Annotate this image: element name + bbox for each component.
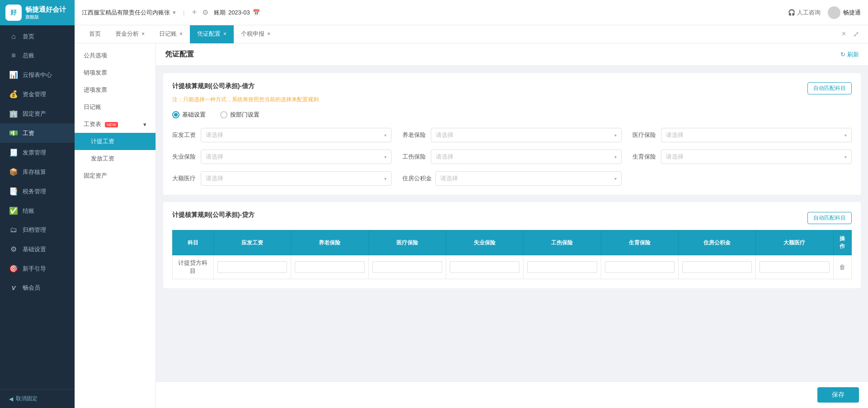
tab-finance-analysis[interactable]: 资金分析 ×	[108, 25, 152, 43]
table-row: 计提贷方科目 🗑	[173, 255, 852, 279]
sub-nav-purchase-invoice[interactable]: 进项发票	[75, 81, 156, 98]
debit-section: 计提核算规则(公司承担)-借方 注：只能选择一种方式，系统将按照您当前的选择来配…	[163, 73, 861, 195]
finance-icon: 💰	[9, 90, 18, 98]
sub-nav-pay-salary[interactable]: 发放工资	[75, 150, 156, 167]
sidebar-item-inventory[interactable]: 📦 库存核算	[0, 162, 75, 182]
major-medical-placeholder: 请选择	[206, 174, 223, 183]
gear-button[interactable]: ⚙	[202, 8, 208, 17]
topbar: 江西服宝精品有限责任公司内账张 ▾ | + ⚙ 账期 2023-03 📅 🎧 人…	[75, 0, 868, 25]
company-selector[interactable]: 江西服宝精品有限责任公司内账张 ▾	[82, 9, 176, 17]
form-item-housing-fund: 住房公积金 请选择 ▾	[402, 171, 622, 186]
sidebar-item-vip[interactable]: V 畅会员	[0, 278, 75, 297]
medical-select[interactable]: 请选择 ▾	[661, 128, 852, 142]
close-voucher-config-tab[interactable]: ×	[223, 31, 226, 37]
cell-maternity	[601, 255, 678, 279]
sidebar-item-close[interactable]: ✅ 结账	[0, 201, 75, 220]
pension-select[interactable]: 请选择 ▾	[431, 128, 622, 142]
main-panel: 凭证配置 ↻ 刷新 计提核算规则(公司承担)-借方 注：只能选择一种方式，系统将…	[156, 43, 868, 408]
app-edition: 旗舰版	[25, 14, 66, 20]
save-button[interactable]: 保存	[817, 387, 859, 403]
close-books-icon: ✅	[9, 206, 18, 215]
pension-dropdown-icon: ▾	[614, 133, 617, 138]
topbar-separator: |	[183, 9, 184, 16]
radio-dept-settings[interactable]: 按部门设置	[220, 111, 259, 119]
sidebar-item-ledger[interactable]: ≡ 总账	[0, 46, 75, 65]
unemployment-select[interactable]: 请选择 ▾	[201, 150, 392, 164]
close-journal-tab[interactable]: ×	[179, 31, 183, 37]
injury-select[interactable]: 请选择 ▾	[431, 150, 622, 164]
sub-nav-fixed-assets[interactable]: 固定资产	[75, 167, 156, 184]
salary-label: 应发工资	[172, 131, 197, 139]
expand-window-button[interactable]: ⤢	[851, 28, 861, 40]
debit-auto-match-button[interactable]: 自动匹配科目	[807, 82, 852, 94]
credit-auto-match-button[interactable]: 自动匹配科目	[807, 212, 852, 224]
close-window-button[interactable]: ×	[840, 28, 848, 40]
input-major-medical[interactable]	[760, 261, 829, 273]
salary-select[interactable]: 请选择 ▾	[201, 128, 392, 142]
sidebar-item-guide[interactable]: 🎯 新手引导	[0, 259, 75, 278]
sidebar-item-salary[interactable]: 💵 工资	[0, 123, 75, 143]
sub-nav-accrual-salary[interactable]: 计提工资	[75, 133, 156, 150]
major-medical-select[interactable]: 请选择 ▾	[201, 171, 392, 186]
row-label: 计提贷方科目	[173, 255, 214, 279]
input-unemployment[interactable]	[450, 261, 519, 273]
sidebar-item-ledger-label: 总账	[23, 52, 34, 60]
service-button[interactable]: 🎧 人工咨询	[788, 9, 821, 17]
window-controls: × ⤢	[840, 28, 861, 40]
sidebar-item-settings[interactable]: ⚙ 基础设置	[0, 239, 75, 259]
injury-placeholder: 请选择	[436, 153, 453, 161]
th-subject: 科目	[173, 230, 214, 255]
radio-dept-circle	[220, 111, 227, 118]
housing-fund-dropdown-icon: ▾	[614, 176, 617, 181]
th-operation: 操作	[833, 230, 851, 255]
input-pension[interactable]	[295, 261, 364, 273]
housing-fund-select[interactable]: 请选择 ▾	[435, 171, 622, 186]
input-medical[interactable]	[373, 261, 442, 273]
refresh-button[interactable]: ↻ 刷新	[840, 51, 859, 59]
sidebar-item-home[interactable]: ⌂ 首页	[0, 27, 75, 46]
calendar-icon: 📅	[253, 9, 260, 16]
sidebar-item-invoice[interactable]: 🧾 发票管理	[0, 143, 75, 162]
sub-nav-public-options[interactable]: 公共选项	[75, 47, 156, 64]
input-injury[interactable]	[527, 261, 597, 273]
add-account-button[interactable]: +	[192, 8, 197, 17]
pension-label: 养老保险	[402, 131, 427, 139]
close-finance-analysis-tab[interactable]: ×	[142, 31, 145, 37]
delete-row-button[interactable]: 🗑	[839, 263, 845, 271]
maternity-select[interactable]: 请选择 ▾	[661, 150, 852, 164]
pension-placeholder: 请选择	[436, 131, 453, 139]
injury-label: 工伤保险	[402, 153, 427, 161]
salary-icon: 💵	[9, 129, 18, 137]
sidebar-item-tax[interactable]: 📑 税务管理	[0, 182, 75, 201]
form-item-medical: 医疗保险 请选择 ▾	[632, 128, 852, 142]
sidebar-item-reports[interactable]: 📊 云报表中心	[0, 65, 75, 84]
tab-voucher-config[interactable]: 凭证配置 ×	[190, 25, 234, 43]
sub-sidebar: 公共选项 销项发票 进项发票 日记账 工资表 NEW ▾ 计提工资	[75, 43, 156, 408]
cell-delete: 🗑	[833, 255, 851, 279]
sidebar-item-assets[interactable]: 🏢 固定资产	[0, 104, 75, 123]
input-maternity[interactable]	[605, 261, 675, 273]
sidebar-item-finance[interactable]: 💰 资金管理	[0, 84, 75, 104]
tax-icon: 📑	[9, 187, 18, 196]
radio-basic-settings[interactable]: 基础设置	[172, 111, 206, 119]
sub-nav-journal[interactable]: 日记账	[75, 98, 156, 116]
tab-journal[interactable]: 日记账 ×	[152, 25, 190, 43]
sub-nav-payroll-table[interactable]: 工资表 NEW ▾	[75, 116, 156, 133]
sidebar-item-vip-label: 畅会员	[23, 284, 40, 292]
tab-home[interactable]: 首页	[82, 25, 108, 43]
cell-housing	[678, 255, 755, 279]
panel-header: 凭证配置 ↻ 刷新	[156, 43, 868, 66]
service-label: 人工咨询	[797, 9, 821, 17]
unpin-sidebar[interactable]: ◀ 取消固定	[0, 389, 75, 408]
sub-nav-sales-invoice[interactable]: 销项发票	[75, 64, 156, 81]
tab-tax-report[interactable]: 个税申报 ×	[234, 25, 278, 43]
period-selector[interactable]: 账期 2023-03 📅	[214, 9, 260, 17]
user-menu[interactable]: 畅捷通	[828, 6, 861, 19]
guide-icon: 🎯	[9, 264, 18, 273]
input-housing[interactable]	[682, 261, 752, 273]
sidebar-item-home-label: 首页	[23, 33, 34, 41]
medical-dropdown-icon: ▾	[844, 133, 847, 138]
input-salary[interactable]	[217, 261, 287, 273]
sidebar-item-archive[interactable]: 🗂 归档管理	[0, 220, 75, 239]
close-tax-report-tab[interactable]: ×	[267, 31, 270, 37]
